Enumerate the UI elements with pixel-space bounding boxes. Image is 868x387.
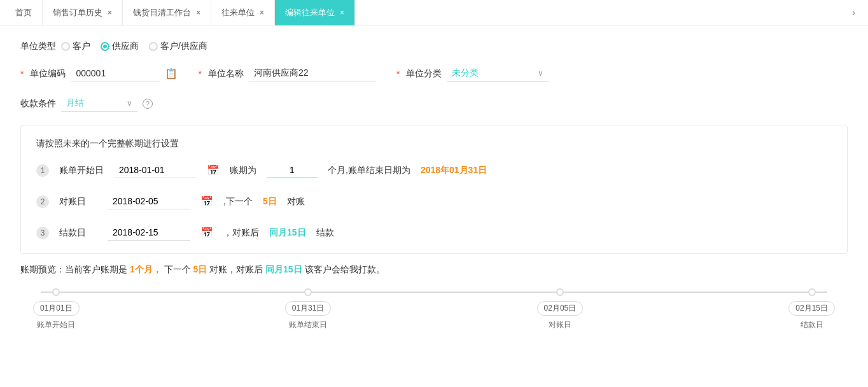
unit-category-chevron-icon: ∨ xyxy=(538,69,543,78)
tab-sales-history[interactable]: 销售订单历史 × xyxy=(43,0,123,25)
radio-customer-supplier[interactable]: 客户/供应商 xyxy=(149,41,207,52)
radio-supplier-label: 供应商 xyxy=(112,41,139,52)
unit-info-row: * 单位编码 📋 * 单位名称 * 单位分类 未分类 ∨ xyxy=(20,65,848,82)
payment-condition-value: 月结 xyxy=(66,97,124,109)
payment-suffix1: ，对账后 xyxy=(223,227,259,239)
setting-row-1: 1 账单开始日 📅 账期为 个月,账单结束日期为 2018年01月31日 xyxy=(36,162,832,178)
unit-name-label: 单位名称 xyxy=(208,68,244,80)
radio-customer-circle xyxy=(61,42,70,51)
reconcile-day-highlight: 5日 xyxy=(263,196,277,208)
radio-supplier-circle xyxy=(101,42,109,51)
timeline-points: 01月01日 账单开始日 01月31日 账单结束日 02月05日 对账日 02月… xyxy=(33,288,835,330)
period-suffix: 个月,账单结束日期为 xyxy=(328,165,410,176)
preview-prefix: 账期预览：当前客户账期是 xyxy=(20,264,127,274)
point-circle-3 xyxy=(556,288,564,296)
payment-day-highlight: 同月15日 xyxy=(269,227,306,239)
row-num-3: 3 xyxy=(36,227,49,239)
reconcile-date-input[interactable] xyxy=(108,194,190,209)
payment-suffix2: 结款 xyxy=(316,227,334,239)
payment-condition-chevron-icon: ∨ xyxy=(127,99,132,108)
close-sales-history-icon[interactable]: × xyxy=(108,8,112,17)
payment-condition-select[interactable]: 月结 ∨ xyxy=(61,95,137,112)
start-date-input[interactable] xyxy=(114,162,197,178)
unit-name-field: * 单位名称 xyxy=(198,66,375,81)
payment-date-cal-icon[interactable]: 📅 xyxy=(200,227,213,239)
payment-date-input[interactable] xyxy=(108,225,190,241)
reconcile-suffix2: 对账 xyxy=(287,196,305,208)
point-label-2: 账单结束日 xyxy=(289,320,327,330)
card-title: 请按照未来的一个完整帐期进行设置 xyxy=(36,138,832,150)
unit-name-star: * xyxy=(198,69,201,79)
main-content: 单位类型 客户 供应商 客户/供应商 * 单位编码 xyxy=(0,25,868,387)
row-num-2: 2 xyxy=(36,195,49,208)
point-circle-4 xyxy=(808,288,816,296)
point-circle-2 xyxy=(304,288,312,296)
unit-category-label: 单位分类 xyxy=(406,68,442,80)
payment-condition-label: 收款条件 xyxy=(20,98,56,109)
end-date-highlight: 2018年01月31日 xyxy=(421,165,487,176)
tab-bar: 首页 销售订单历史 × 钱货日清工作台 × 往来单位 × 编辑往来单位 × › xyxy=(0,0,868,25)
payment-condition-row: 收款条件 月结 ∨ ? xyxy=(20,95,848,112)
preview-payment-suffix: 该客户会给我打款。 xyxy=(305,264,385,274)
unit-category-value: 未分类 xyxy=(452,67,535,79)
timeline-point-3: 02月05日 对账日 xyxy=(537,288,584,330)
period-input[interactable] xyxy=(267,162,318,178)
point-label-3: 对账日 xyxy=(549,320,571,330)
preview-payment-highlight: 同月15日 xyxy=(265,264,302,274)
unit-code-icon[interactable]: 📋 xyxy=(165,67,178,80)
start-date-cal-icon[interactable]: 📅 xyxy=(207,164,220,176)
unit-type-row: 单位类型 客户 供应商 客户/供应商 xyxy=(20,41,848,52)
preview-middle: 下一个 xyxy=(164,264,191,274)
unit-type-label: 单位类型 xyxy=(20,41,56,52)
unit-category-field: * 单位分类 未分类 ∨ xyxy=(396,65,549,82)
unit-type-field: 单位类型 客户 供应商 客户/供应商 xyxy=(20,41,207,52)
point-label-1: 账单开始日 xyxy=(37,320,75,330)
payment-condition-help-icon[interactable]: ? xyxy=(143,99,153,109)
reconcile-date-cal-icon[interactable]: 📅 xyxy=(200,195,213,208)
tab-home[interactable]: 首页 xyxy=(5,0,43,25)
close-edit-partner-icon[interactable]: × xyxy=(340,8,344,17)
row-label-2: 对账日 xyxy=(59,196,97,208)
unit-category-select[interactable]: 未分类 ∨ xyxy=(447,65,549,82)
radio-supplier[interactable]: 供应商 xyxy=(101,41,139,52)
close-partners-icon[interactable]: × xyxy=(260,8,264,17)
unit-code-field: * 单位编码 📋 xyxy=(20,66,178,81)
radio-customer-supplier-circle xyxy=(149,42,158,51)
unit-code-label: 单位编码 xyxy=(30,68,66,80)
preview-period: 1个月， xyxy=(130,264,162,274)
row-label-3: 结款日 xyxy=(59,227,97,239)
unit-category-star: * xyxy=(396,69,400,79)
tab-cash-work[interactable]: 钱货日清工作台 × xyxy=(123,0,211,25)
setting-row-3: 3 结款日 📅 ，对账后 同月15日 结款 xyxy=(36,225,832,241)
tab-partners[interactable]: 往来单位 × xyxy=(211,0,275,25)
preview-section: 账期预览：当前客户账期是 1个月， 下一个 5日 对账，对账后 同月15日 该客… xyxy=(20,264,848,276)
unit-type-radio-group: 客户 供应商 客户/供应商 xyxy=(61,41,207,52)
radio-customer-label: 客户 xyxy=(73,41,90,52)
period-label: 账期为 xyxy=(230,165,256,176)
point-label-4: 结款日 xyxy=(801,320,823,330)
tab-more-button[interactable]: › xyxy=(844,7,863,18)
setting-row-2: 2 对账日 📅 ,下一个 5日 对账 xyxy=(36,194,832,209)
point-date-4: 02月15日 xyxy=(788,301,835,316)
timeline-point-4: 02月15日 结款日 xyxy=(788,288,835,330)
timeline-point-2: 01月31日 账单结束日 xyxy=(285,288,332,330)
row-label-1: 账单开始日 xyxy=(59,165,104,176)
close-cash-work-icon[interactable]: × xyxy=(196,8,200,17)
preview-reconcile-suffix: 对账，对账后 xyxy=(209,264,263,274)
unit-code-star: * xyxy=(20,69,24,79)
setting-card: 请按照未来的一个完整帐期进行设置 1 账单开始日 📅 账期为 个月,账单结束日期… xyxy=(20,125,848,254)
reconcile-suffix1: ,下一个 xyxy=(223,196,253,208)
point-date-2: 01月31日 xyxy=(285,301,332,316)
unit-code-input[interactable] xyxy=(71,66,160,81)
unit-name-input[interactable] xyxy=(249,66,376,81)
point-date-3: 02月05日 xyxy=(537,301,584,316)
payment-condition-field: 收款条件 月结 ∨ ? xyxy=(20,95,153,112)
radio-customer-supplier-label: 客户/供应商 xyxy=(160,41,207,52)
timeline-point-1: 01月01日 账单开始日 xyxy=(33,288,80,330)
preview-reconcile-highlight: 5日 xyxy=(193,264,207,274)
row-num-1: 1 xyxy=(36,164,49,177)
tab-edit-partner[interactable]: 编辑往来单位 × xyxy=(275,0,355,25)
point-circle-1 xyxy=(52,288,60,296)
radio-customer[interactable]: 客户 xyxy=(61,41,90,52)
point-date-1: 01月01日 xyxy=(33,301,80,316)
